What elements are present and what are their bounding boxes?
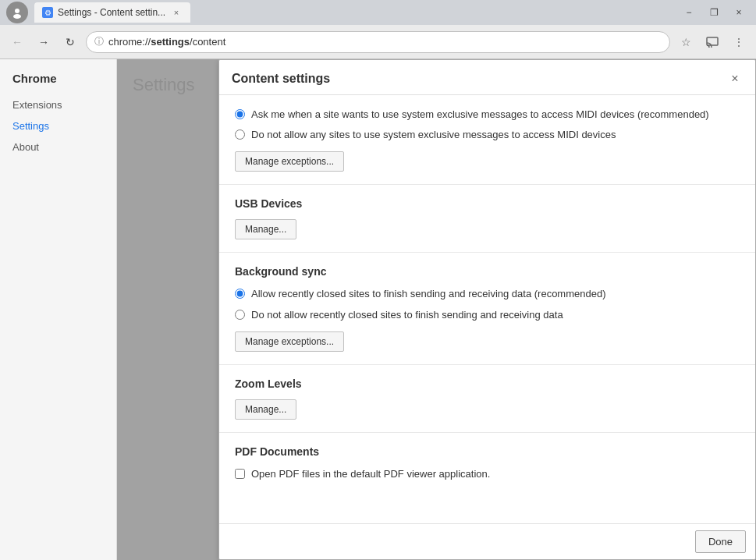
tab-title: Settings - Content settin... — [58, 7, 165, 18]
sync-deny-option[interactable]: Do not allow recently closed sites to fi… — [235, 308, 740, 322]
background-sync-section: Background sync Allow recently closed si… — [219, 253, 755, 364]
usb-section: USB Devices Manage... — [219, 185, 755, 253]
sync-deny-label: Do not allow recently closed sites to fi… — [251, 308, 563, 322]
sidebar-title: Chrome — [0, 72, 116, 94]
address-suffix: /content — [190, 36, 225, 48]
dialog-footer: Done — [219, 523, 755, 559]
sidebar-item-extensions[interactable]: Extensions — [0, 94, 116, 115]
reload-btn[interactable]: ↻ — [59, 31, 81, 53]
midi-ask-label: Ask me when a site wants to use system e… — [251, 108, 709, 122]
pdf-checkbox[interactable] — [235, 469, 245, 479]
sidebar-item-settings[interactable]: Settings — [0, 115, 116, 136]
svg-rect-2 — [707, 37, 718, 45]
menu-btn[interactable]: ⋮ — [728, 31, 750, 53]
tab-close-btn[interactable]: × — [170, 6, 183, 19]
usb-manage-btn[interactable]: Manage... — [235, 219, 296, 239]
address-scheme: chrome:// — [108, 36, 151, 48]
minimize-btn[interactable]: − — [678, 2, 700, 23]
sync-manage-exceptions-btn[interactable]: Manage exceptions... — [235, 331, 344, 352]
midi-ask-option[interactable]: Ask me when a site wants to use system e… — [235, 108, 740, 122]
window-controls: − ❐ × — [678, 2, 750, 23]
midi-deny-option[interactable]: Do not allow any sites to use system exc… — [235, 128, 740, 142]
address-icon: ⓘ — [94, 35, 104, 48]
pdf-checkbox-item[interactable]: Open PDF files in the default PDF viewer… — [235, 467, 740, 481]
address-text: chrome://settings/content — [108, 36, 662, 48]
dialog-close-btn[interactable]: × — [727, 71, 743, 87]
close-btn[interactable]: × — [728, 2, 750, 23]
midi-deny-label: Do not allow any sites to use system exc… — [251, 128, 616, 142]
restore-btn[interactable]: ❐ — [703, 2, 725, 23]
done-btn[interactable]: Done — [695, 530, 746, 553]
browser-window: Settings - Content settin... × − ❐ × ← →… — [0, 0, 756, 560]
page-content: Chrome Extensions Settings About Setting… — [0, 59, 756, 560]
tab-strip: Settings - Content settin... × — [34, 2, 190, 23]
content-settings-dialog: Content settings × Ask me when a site wa… — [218, 59, 756, 560]
profile-icon[interactable] — [6, 2, 28, 23]
active-tab[interactable]: Settings - Content settin... × — [34, 2, 190, 23]
svg-point-0 — [15, 9, 20, 13]
title-bar: Settings - Content settin... × − ❐ × — [0, 0, 756, 25]
background-sync-title: Background sync — [235, 265, 740, 278]
midi-radio-group: Ask me when a site wants to use system e… — [235, 108, 740, 142]
back-btn[interactable]: ← — [6, 31, 28, 53]
dialog-title: Content settings — [232, 72, 330, 86]
toolbar: ← → ↻ ⓘ chrome://settings/content ☆ ⋮ — [0, 25, 756, 59]
address-path: settings — [151, 36, 190, 48]
forward-btn[interactable]: → — [33, 31, 55, 53]
title-bar-left: Settings - Content settin... × — [6, 2, 678, 23]
pdf-section: PDF Documents Open PDF files in the defa… — [219, 433, 755, 494]
midi-ask-radio[interactable] — [235, 109, 245, 119]
pdf-label: Open PDF files in the default PDF viewer… — [251, 467, 490, 481]
chrome-cast-btn[interactable] — [701, 31, 723, 53]
dialog-body[interactable]: Ask me when a site wants to use system e… — [219, 95, 755, 523]
sync-deny-radio[interactable] — [235, 310, 245, 320]
main-content: Settings Content settings × Ask me whe — [117, 59, 756, 560]
sync-radio-group: Allow recently closed sites to finish se… — [235, 287, 740, 321]
pdf-title: PDF Documents — [235, 445, 740, 458]
midi-deny-radio[interactable] — [235, 129, 245, 140]
midi-section: Ask me when a site wants to use system e… — [219, 95, 755, 185]
sync-allow-label: Allow recently closed sites to finish se… — [251, 287, 606, 301]
sidebar: Chrome Extensions Settings About — [0, 59, 117, 560]
address-bar[interactable]: ⓘ chrome://settings/content — [86, 31, 670, 53]
dialog-header: Content settings × — [219, 60, 755, 95]
midi-manage-exceptions-btn[interactable]: Manage exceptions... — [235, 151, 344, 172]
svg-point-1 — [13, 14, 21, 19]
sidebar-item-about[interactable]: About — [0, 136, 116, 158]
usb-title: USB Devices — [235, 197, 740, 210]
tab-favicon — [42, 7, 53, 18]
bookmark-btn[interactable]: ☆ — [675, 31, 697, 53]
sync-allow-radio[interactable] — [235, 289, 245, 299]
zoom-manage-btn[interactable]: Manage... — [235, 399, 296, 420]
zoom-section: Zoom Levels Manage... — [219, 365, 755, 433]
zoom-title: Zoom Levels — [235, 377, 740, 390]
sync-allow-option[interactable]: Allow recently closed sites to finish se… — [235, 287, 740, 301]
